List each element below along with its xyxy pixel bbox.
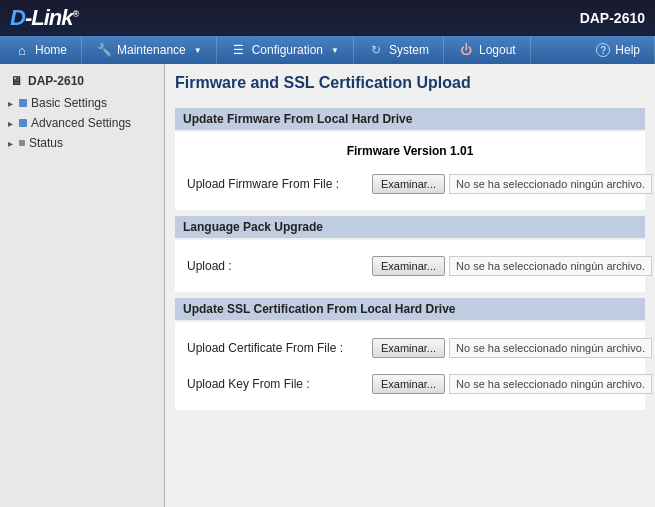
ssl-section-header: Update SSL Certification From Local Hard… — [175, 298, 645, 320]
home-icon — [14, 42, 30, 58]
maintenance-arrow: ▼ — [194, 46, 202, 55]
status-bullet — [19, 140, 25, 146]
advanced-expand-icon: ▸ — [8, 118, 13, 129]
page-title: Firmware and SSL Certification Upload — [175, 74, 645, 98]
basic-expand-icon: ▸ — [8, 98, 13, 109]
header: D-Link® DAP-2610 — [0, 0, 655, 36]
status-expand-icon: ▸ — [8, 138, 13, 149]
upload-firmware-row: Upload Firmware From File : Examinar... … — [187, 166, 633, 202]
browse-cert-button[interactable]: Examinar... — [372, 338, 445, 358]
nav-logout-label: Logout — [479, 43, 516, 57]
nav-help[interactable]: ? Help — [582, 36, 655, 64]
logout-icon: ⏻ — [458, 42, 474, 58]
nav-home-label: Home — [35, 43, 67, 57]
upload-cert-row: Upload Certificate From File : Examinar.… — [187, 330, 633, 366]
upload-cert-label: Upload Certificate From File : — [187, 341, 372, 355]
nav-configuration[interactable]: ☰ Configuration ▼ — [217, 36, 354, 64]
browse-firmware-button[interactable]: Examinar... — [372, 174, 445, 194]
upload-language-label: Upload : — [187, 259, 372, 273]
firmware-section-header: Update Firmware From Local Hard Drive — [175, 108, 645, 130]
upload-firmware-label: Upload Firmware From File : — [187, 177, 372, 191]
logo: D-Link® — [10, 5, 78, 31]
ssl-section-body: Upload Certificate From File : Examinar.… — [175, 322, 645, 410]
language-section-header: Language Pack Upgrade — [175, 216, 645, 238]
firmware-version: Firmware Version 1.01 — [187, 140, 633, 166]
navbar: Home 🔧 Maintenance ▼ ☰ Configuration ▼ ↻… — [0, 36, 655, 64]
cert-file-label: No se ha seleccionado ningún archivo. — [449, 338, 652, 358]
upload-key-label: Upload Key From File : — [187, 377, 372, 391]
nav-configuration-label: Configuration — [252, 43, 323, 57]
sidebar-group-advanced[interactable]: ▸ Advanced Settings — [0, 113, 164, 133]
help-icon: ? — [596, 43, 610, 57]
upload-cert-controls: Examinar... No se ha seleccionado ningún… — [372, 338, 655, 358]
upload-key-row: Upload Key From File : Examinar... No se… — [187, 366, 633, 402]
nav-maintenance-label: Maintenance — [117, 43, 186, 57]
sidebar-group-basic[interactable]: ▸ Basic Settings — [0, 93, 164, 113]
nav-spacer — [531, 36, 583, 64]
nav-help-label: Help — [615, 43, 640, 57]
logo-text: D-Link® — [10, 5, 78, 31]
configuration-arrow: ▼ — [331, 46, 339, 55]
advanced-bullet — [19, 119, 27, 127]
main-layout: 🖥 DAP-2610 ▸ Basic Settings ▸ Advanced S… — [0, 64, 655, 507]
browse-key-button[interactable]: Examinar... — [372, 374, 445, 394]
sidebar: 🖥 DAP-2610 ▸ Basic Settings ▸ Advanced S… — [0, 64, 165, 507]
sidebar-status-label: Status — [29, 136, 63, 150]
browse-language-button[interactable]: Examinar... — [372, 256, 445, 276]
nav-home[interactable]: Home — [0, 36, 82, 64]
nav-system[interactable]: ↻ System — [354, 36, 444, 64]
nav-system-label: System — [389, 43, 429, 57]
upload-language-controls: Examinar... No se ha seleccionado ningún… — [372, 256, 655, 276]
basic-bullet — [19, 99, 27, 107]
language-file-label: No se ha seleccionado ningún archivo. — [449, 256, 652, 276]
upload-key-controls: Examinar... No se ha seleccionado ningún… — [372, 374, 655, 394]
model-label: DAP-2610 — [580, 10, 645, 26]
sidebar-group-status[interactable]: ▸ Status — [0, 133, 164, 153]
sidebar-device-label: DAP-2610 — [28, 74, 84, 88]
device-icon: 🖥 — [8, 73, 24, 89]
upload-language-row: Upload : Examinar... No se ha selecciona… — [187, 248, 633, 284]
config-icon: ☰ — [231, 42, 247, 58]
sys-icon: ↻ — [368, 42, 384, 58]
upload-firmware-controls: Examinar... No se ha seleccionado ningún… — [372, 174, 655, 194]
nav-maintenance[interactable]: 🔧 Maintenance ▼ — [82, 36, 217, 64]
firmware-section-body: Firmware Version 1.01 Upload Firmware Fr… — [175, 132, 645, 210]
content-area: Firmware and SSL Certification Upload Up… — [165, 64, 655, 507]
sidebar-basic-label: Basic Settings — [31, 96, 107, 110]
tool-icon: 🔧 — [96, 42, 112, 58]
nav-logout[interactable]: ⏻ Logout — [444, 36, 531, 64]
sidebar-advanced-label: Advanced Settings — [31, 116, 131, 130]
key-file-label: No se ha seleccionado ningún archivo. — [449, 374, 652, 394]
sidebar-device: 🖥 DAP-2610 — [0, 69, 164, 93]
firmware-file-label: No se ha seleccionado ningún archivo. — [449, 174, 652, 194]
language-section-body: Upload : Examinar... No se ha selecciona… — [175, 240, 645, 292]
